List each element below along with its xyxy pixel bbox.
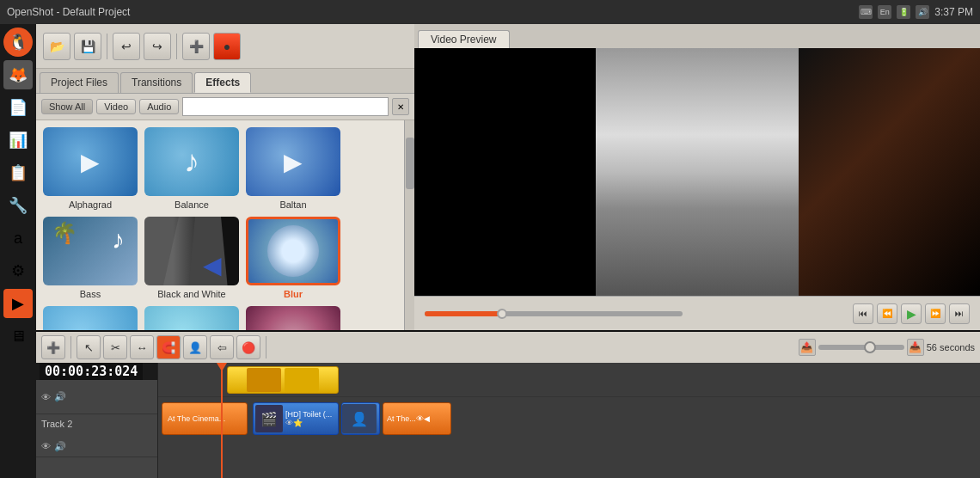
record-tool-button[interactable]: 🔴 bbox=[236, 335, 260, 359]
timecode-display: 00:00:23:024 bbox=[40, 363, 143, 380]
effects-scroll-thumb[interactable] bbox=[406, 138, 414, 189]
progress-handle[interactable] bbox=[497, 309, 507, 319]
effect-label-alphagrad: Alphagrad bbox=[69, 199, 112, 210]
track2-audio-icon[interactable]: 🔊 bbox=[54, 441, 66, 452]
effect-item-blur[interactable]: Blur ◀ bbox=[246, 217, 340, 299]
main-toolbar: 📂 💾 ↩ ↪ ➕ ● bbox=[36, 24, 414, 69]
clock: 3:37 PM bbox=[934, 6, 973, 18]
ubuntu-icon[interactable]: 🐧 bbox=[3, 28, 33, 57]
clip-at-cinema[interactable]: At The Cinema... bbox=[162, 402, 248, 435]
playback-controls: ⏮ ⏪ ▶ ⏩ ⏭ bbox=[414, 296, 980, 330]
effect-label-blur: Blur bbox=[284, 289, 303, 299]
record-button[interactable]: ● bbox=[213, 33, 241, 60]
track1-audio-icon[interactable]: 🔊 bbox=[54, 391, 66, 402]
timeline-toolbar: ➕ ↖ ✂ ↔ 🧲 👤 ⇦ 🔴 📤 📥 56 seco bbox=[36, 332, 980, 363]
toolbar-separator2 bbox=[176, 34, 177, 59]
effect-item-alphagrad[interactable]: Alphagrad bbox=[43, 127, 138, 210]
tab-effects[interactable]: Effects bbox=[194, 72, 251, 93]
dock-terminal[interactable]: 🖥 bbox=[3, 322, 33, 351]
tab-transitions[interactable]: Transitions bbox=[120, 72, 193, 93]
zoom-out-button[interactable]: 📤 bbox=[799, 339, 816, 356]
tab-video-preview[interactable]: Video Preview bbox=[418, 30, 510, 48]
play-button[interactable]: ▶ bbox=[901, 303, 922, 324]
keyboard-icon: ⌨ bbox=[859, 5, 873, 19]
search-input[interactable] bbox=[182, 97, 389, 116]
effect-item-partial3[interactable] bbox=[246, 306, 340, 330]
preview-right bbox=[799, 48, 980, 296]
tl-sep1 bbox=[70, 336, 71, 358]
effect-label-bass: Bass bbox=[80, 289, 101, 299]
clear-search-button[interactable]: ✕ bbox=[392, 98, 409, 115]
dock-files[interactable]: 📄 bbox=[3, 93, 33, 122]
rewind-button[interactable]: ⏪ bbox=[877, 303, 897, 324]
tab-project-files[interactable]: Project Files bbox=[40, 72, 119, 93]
goto-end-button[interactable]: ⏭ bbox=[949, 303, 970, 324]
dock-openshot[interactable]: ▶ bbox=[3, 289, 33, 318]
filter-audio[interactable]: Audio bbox=[139, 99, 179, 114]
timeline-track-headers: 00:00:23:024 👁 🔊 Track 2 👁 🔊 bbox=[36, 363, 158, 478]
effect-item-partial2[interactable] bbox=[144, 306, 239, 330]
progress-fill bbox=[425, 311, 502, 316]
filter-bar: Show All Video Audio ✕ bbox=[36, 94, 414, 120]
dock-presentation[interactable]: 📋 bbox=[3, 158, 33, 187]
effect-item-bw[interactable]: Black and White bbox=[144, 217, 239, 299]
track1-visibility-icon[interactable]: 👁 bbox=[41, 392, 51, 402]
zoom-in-button[interactable]: 📥 bbox=[907, 339, 924, 356]
select-tool-button[interactable]: ↖ bbox=[77, 335, 101, 359]
filter-video[interactable]: Video bbox=[96, 99, 136, 114]
dock-spreadsheet[interactable]: 📊 bbox=[3, 126, 33, 155]
effect-item-bass[interactable]: Bass bbox=[43, 217, 138, 299]
clip-track1-yellow[interactable] bbox=[227, 366, 339, 394]
effect-item-baltan[interactable]: Baltan bbox=[246, 127, 340, 210]
effect-item-partial1[interactable] bbox=[43, 306, 138, 330]
open-button[interactable]: 📂 bbox=[43, 33, 70, 60]
lang-icon: En bbox=[878, 5, 891, 19]
preview-center bbox=[596, 48, 799, 296]
fast-forward-button[interactable]: ⏩ bbox=[925, 303, 946, 324]
effect-thumb-blur bbox=[246, 217, 340, 285]
clip-at-the2[interactable]: At The... 👁◀ bbox=[383, 402, 451, 435]
effect-thumb-balance bbox=[144, 127, 239, 196]
magnet-tool-button[interactable]: 🧲 bbox=[156, 335, 181, 359]
toolbar-separator bbox=[107, 34, 107, 59]
progress-bar[interactable] bbox=[425, 311, 683, 316]
timeline-playhead[interactable] bbox=[221, 363, 223, 478]
slip-tool-button[interactable]: ⇦ bbox=[210, 335, 234, 359]
track2-controls: 👁 🔊 bbox=[41, 441, 66, 452]
transport-controls: ⏮ ⏪ ▶ ⏩ ⏭ bbox=[853, 303, 970, 324]
undo-button[interactable]: ↩ bbox=[113, 33, 140, 60]
dock-amazon[interactable]: a bbox=[3, 224, 33, 253]
effect-label-balance: Balance bbox=[175, 199, 209, 210]
track1-content bbox=[158, 363, 980, 397]
preview-tab-bar: Video Preview bbox=[414, 24, 980, 48]
timeline-tracks: 00:00:23:024 👁 🔊 Track 2 👁 🔊 bbox=[36, 363, 980, 478]
redo-button[interactable]: ↪ bbox=[144, 33, 171, 60]
save-button[interactable]: 💾 bbox=[74, 33, 101, 60]
cut-tool-button[interactable]: ✂ bbox=[103, 335, 127, 359]
add-clip-button[interactable]: ➕ bbox=[182, 33, 210, 60]
track1-header: 👁 🔊 bbox=[36, 380, 157, 414]
volume-icon: 🔊 bbox=[916, 5, 929, 19]
clip-hd-toilet[interactable]: 🎬 [HD] Toilet (... 👁⭐ bbox=[253, 402, 339, 435]
razor-tool-button[interactable]: 👤 bbox=[183, 335, 207, 359]
drag-arrow-indicator: ◀ bbox=[203, 251, 222, 279]
effect-thumb-partial2 bbox=[144, 306, 239, 330]
clip-photo-thumb[interactable]: 👤 bbox=[341, 402, 380, 435]
track2-visibility-icon[interactable]: 👁 bbox=[41, 441, 51, 452]
dock-firefox[interactable]: 🦊 bbox=[3, 60, 33, 89]
effect-label-baltan: Baltan bbox=[279, 199, 306, 210]
effect-thumb-alphagrad bbox=[43, 127, 138, 196]
left-dock: 🐧 🦊 📄 📊 📋 🔧 a ⚙ ▶ 🖥 bbox=[0, 24, 36, 478]
dock-software[interactable]: 🔧 bbox=[3, 191, 33, 220]
zoom-handle[interactable] bbox=[864, 341, 876, 353]
effect-thumb-partial3 bbox=[246, 306, 340, 330]
roll-tool-button[interactable]: ↔ bbox=[130, 335, 154, 359]
zoom-slider[interactable] bbox=[818, 345, 904, 350]
filter-show-all[interactable]: Show All bbox=[41, 99, 93, 114]
add-track-button[interactable]: ➕ bbox=[41, 335, 65, 359]
effects-scrollbar[interactable] bbox=[404, 120, 414, 330]
zoom-label: 56 seconds bbox=[927, 342, 975, 352]
effect-item-balance[interactable]: Balance bbox=[144, 127, 239, 210]
goto-start-button[interactable]: ⏮ bbox=[853, 303, 873, 324]
dock-settings[interactable]: ⚙ bbox=[3, 256, 33, 285]
